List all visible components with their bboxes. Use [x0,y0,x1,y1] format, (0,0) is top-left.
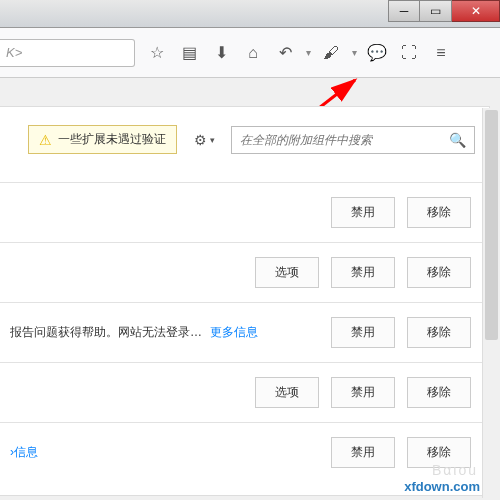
window-titlebar: ─ ▭ ✕ [0,0,500,28]
site-watermark: xfdown.com [404,479,480,494]
dropdown-caret-icon[interactable]: ▾ [301,39,315,67]
close-button[interactable]: ✕ [452,0,500,22]
vertical-scrollbar[interactable] [482,108,500,498]
addon-row: 选项 禁用 移除 [0,242,489,302]
addons-panel: ⚠ 一些扩展未遇过验证 ⚙ ▾ 🔍 禁用 移除 选项 禁用 移除 报告问题获得帮… [0,106,490,496]
remove-button[interactable]: 移除 [407,197,471,228]
download-arrow-icon[interactable]: ⬇ [205,39,237,67]
url-placeholder: K> [6,45,22,60]
options-button[interactable]: 选项 [255,377,319,408]
remove-button[interactable]: 移除 [407,377,471,408]
addons-list: 禁用 移除 选项 禁用 移除 报告问题获得帮助。网站无法登录… 更多信息 禁用 … [0,182,489,482]
browser-toolbar: K> ☆ ▤ ⬇ ⌂ ↶ ▾ 🖌 ▾ 💬 ⛶ ≡ [0,28,500,78]
remove-button[interactable]: 移除 [407,257,471,288]
clipboard-icon[interactable]: ▤ [173,39,205,67]
warning-text: 一些扩展未遇过验证 [58,131,166,148]
disable-button[interactable]: 禁用 [331,257,395,288]
maximize-button[interactable]: ▭ [420,0,452,22]
addon-row: 报告问题获得帮助。网站无法登录… 更多信息 禁用 移除 [0,302,489,362]
addons-search-box[interactable]: 🔍 [231,126,475,154]
star-icon[interactable]: ☆ [141,39,173,67]
minimize-button[interactable]: ─ [388,0,420,22]
ghost-watermark: Вαιοu [432,462,478,478]
disable-button[interactable]: 禁用 [331,197,395,228]
paint-bucket-icon[interactable]: 🖌 [315,39,347,67]
more-info-link[interactable]: 更多信息 [210,324,258,341]
disable-button[interactable]: 禁用 [331,377,395,408]
remove-button[interactable]: 移除 [407,317,471,348]
window-controls: ─ ▭ ✕ [388,0,500,22]
home-icon[interactable]: ⌂ [237,39,269,67]
gear-icon: ⚙ [194,132,207,148]
addon-row: 禁用 移除 [0,182,489,242]
dropdown-caret-icon[interactable]: ▾ [347,39,361,67]
dropdown-caret-icon: ▾ [210,135,215,145]
verification-warning[interactable]: ⚠ 一些扩展未遇过验证 [28,125,177,154]
search-icon[interactable]: 🔍 [449,132,466,148]
chat-bubble-icon[interactable]: 💬 [361,39,393,67]
hamburger-menu-icon[interactable]: ≡ [425,39,457,67]
addon-row: ›信息 禁用 移除 [0,422,489,482]
disable-button[interactable]: 禁用 [331,317,395,348]
url-bar[interactable]: K> [0,39,135,67]
disable-button[interactable]: 禁用 [331,437,395,468]
more-info-link[interactable]: ›信息 [10,444,38,461]
addon-info: ›信息 [10,444,319,461]
crop-icon[interactable]: ⛶ [393,39,425,67]
addon-info: 报告问题获得帮助。网站无法登录… 更多信息 [10,324,319,341]
scrollbar-thumb[interactable] [485,110,498,340]
options-button[interactable]: 选项 [255,257,319,288]
toolbar-icons: ☆ ▤ ⬇ ⌂ ↶ ▾ 🖌 ▾ 💬 ⛶ ≡ [141,39,457,67]
settings-gear-button[interactable]: ⚙ ▾ [191,128,217,152]
undo-icon[interactable]: ↶ [269,39,301,67]
addon-row: 选项 禁用 移除 [0,362,489,422]
warning-triangle-icon: ⚠ [39,132,52,148]
search-input[interactable] [240,133,449,147]
addons-header-row: ⚠ 一些扩展未遇过验证 ⚙ ▾ 🔍 [0,125,489,154]
addon-description: 报告问题获得帮助。网站无法登录… [10,324,202,341]
